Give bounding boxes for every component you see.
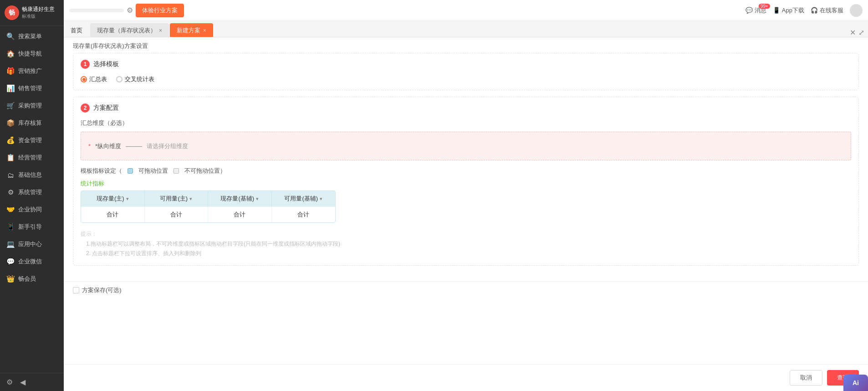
stats-cell-2: 合计 <box>208 207 272 222</box>
stats-header-3[interactable]: 可用量(基辅)▾ <box>272 191 336 206</box>
radio-summary-inner <box>82 78 86 81</box>
close-tab-button[interactable]: ✕ <box>850 28 856 37</box>
expand-tab-button[interactable]: ⤢ <box>858 28 864 37</box>
sidebar-item-finance[interactable]: 💰 资金管理 <box>0 132 64 149</box>
search-icon: 🔍 <box>6 32 15 41</box>
sidebar-item-label-basic: 基础信息 <box>18 171 42 179</box>
sidebar-item-label-member: 畅会员 <box>18 275 36 283</box>
stats-header-0[interactable]: 现存量(主)▾ <box>81 191 145 206</box>
tab-new-plan[interactable]: 新建方案 × <box>170 23 213 37</box>
draggable-label: 可拖动位置 <box>138 167 168 175</box>
cancel-button[interactable]: 取消 <box>790 370 822 386</box>
enterprise-icon: 🤝 <box>6 206 15 214</box>
tab-inventory-close[interactable]: × <box>159 27 162 34</box>
stats-cell-0: 合计 <box>81 207 145 222</box>
stats-table-row: 合计合计合计合计 <box>81 206 335 222</box>
main-area: ⚙ 体验行业方案 💬 消息 99+ 📱 App下载 🎧 在线客服 首页 <box>64 0 868 391</box>
online-service-button[interactable]: 🎧 在线客服 <box>811 6 843 15</box>
settings-icon[interactable]: ⚙ <box>6 378 13 386</box>
dim-placeholder: 请选择分组维度 <box>147 142 188 150</box>
user-avatar[interactable] <box>850 4 863 17</box>
config-section-num: 2 <box>81 103 90 113</box>
chevron-icon-2: ▾ <box>256 196 259 202</box>
sidebar-item-appstore[interactable]: 💻 应用中心 <box>0 236 64 253</box>
ai-assistant-button[interactable]: Ai <box>843 375 868 391</box>
tab-home[interactable]: 首页 <box>64 23 89 37</box>
newbie-icon: 📱 <box>6 223 15 231</box>
tips-title: 提示： <box>81 229 851 239</box>
sidebar-item-label-enterprise: 企业协同 <box>18 206 42 214</box>
sidebar-item-search[interactable]: 🔍 搜索菜单 <box>0 28 64 45</box>
tip-item-1: 2. 点击标题栏下拉可设置排序、插入列和删除列 <box>81 249 851 259</box>
sidebar-item-marketing[interactable]: 🎁 营销推广 <box>0 62 64 80</box>
chevron-icon-3: ▾ <box>320 196 322 202</box>
tabbar-actions: ✕ ⤢ <box>850 28 868 37</box>
sidebar-nav: 🔍 搜索菜单 🏠 快捷导航 🎁 营销推广 📊 销售管理 🛒 采购管理 📦 库存核… <box>0 26 64 373</box>
topbar-left: ⚙ 体验行业方案 <box>69 4 742 17</box>
sidebar-bottom: ⚙ ◀ <box>0 373 64 391</box>
radio-cross[interactable]: 交叉统计表 <box>116 75 154 83</box>
dim-arrow: —— <box>126 141 142 151</box>
template-section: 1 选择模板 汇总表 交叉统计表 <box>73 53 859 90</box>
app-download-button[interactable]: 📱 App下载 <box>773 6 804 15</box>
radio-cross-circle <box>116 76 123 82</box>
non-draggable-label: 不可拖动位置） <box>184 167 226 175</box>
sidebar-item-sales[interactable]: 📊 销售管理 <box>0 80 64 97</box>
tab-new-plan-label: 新建方案 <box>177 26 200 35</box>
radio-summary[interactable]: 汇总表 <box>81 75 107 83</box>
save-checkbox[interactable] <box>73 287 79 293</box>
trial-button[interactable]: 体验行业方案 <box>136 4 184 17</box>
save-option: 方案保存(可选) <box>64 281 868 299</box>
form-area: 1 选择模板 汇总表 交叉统计表 <box>64 53 868 281</box>
online-service-label: 在线客服 <box>820 6 843 15</box>
tab-new-plan-close[interactable]: × <box>203 27 206 34</box>
collapse-icon[interactable]: ◀ <box>20 378 26 386</box>
sidebar-item-label-sales: 销售管理 <box>18 84 42 93</box>
bottom-actions: 取消 查询 <box>64 364 868 391</box>
sidebar-item-system[interactable]: ⚙ 系统管理 <box>0 184 64 201</box>
tabbar: 首页 现存量（库存状况表） × 新建方案 × ✕ ⤢ <box>64 21 868 37</box>
sidebar-item-label-system: 系统管理 <box>18 188 42 196</box>
messages-button[interactable]: 💬 消息 99+ <box>745 6 766 15</box>
appstore-icon: 💻 <box>6 240 15 248</box>
stats-header-2[interactable]: 现存量(基辅)▾ <box>208 191 272 206</box>
sidebar-item-label-finance: 资金管理 <box>18 136 42 144</box>
sidebar-item-inventory[interactable]: 📦 库存核算 <box>0 114 64 132</box>
gear-icon[interactable]: ⚙ <box>127 6 133 15</box>
sidebar-item-shortcut[interactable]: 🏠 快捷导航 <box>0 45 64 62</box>
tab-inventory-status[interactable]: 现存量（库存状况表） × <box>90 23 169 37</box>
sidebar-item-operations[interactable]: 📋 经营管理 <box>0 149 64 166</box>
sidebar-item-member[interactable]: 👑 畅会员 <box>0 270 64 288</box>
save-option-label: 方案保存(可选) <box>82 286 122 294</box>
sidebar-item-label-purchase: 采购管理 <box>18 102 42 110</box>
sidebar-item-enterprise[interactable]: 🤝 企业协同 <box>0 201 64 218</box>
config-section-title: 方案配置 <box>93 104 119 112</box>
shortcut-icon: 🏠 <box>6 50 15 58</box>
aggregate-label: 汇总维度（必选） <box>81 119 851 127</box>
radio-summary-label: 汇总表 <box>89 75 107 83</box>
sidebar-item-label-wechat: 企业微信 <box>18 257 42 266</box>
topbar: ⚙ 体验行业方案 💬 消息 99+ 📱 App下载 🎧 在线客服 <box>64 0 868 21</box>
tips-area: 提示：1.拖动标题栏可以调整布局，不可跨维度或指标区域拖动栏目字段(只能在同一维… <box>81 229 851 259</box>
sidebar-item-wechat[interactable]: 💬 企业微信 <box>0 253 64 270</box>
sidebar-item-newbie[interactable]: 📱 新手引导 <box>0 218 64 236</box>
sales-icon: 📊 <box>6 84 15 93</box>
sidebar-item-label-operations: 经营管理 <box>18 154 42 162</box>
vertical-dim-label: *纵向维度 <box>95 142 121 150</box>
stats-cell-1: 合计 <box>145 207 209 222</box>
sidebar-item-label-newbie: 新手引导 <box>18 223 42 231</box>
indicator-setting: 模板指标设定（ 可拖动位置 不可拖动位置） <box>81 167 851 175</box>
stats-header-1[interactable]: 可用量(主)▾ <box>145 191 209 206</box>
radio-cross-label: 交叉统计表 <box>125 75 154 83</box>
sidebar-item-purchase[interactable]: 🛒 采购管理 <box>0 97 64 114</box>
content-area: 现存量(库存状况表)方案设置 1 选择模板 汇总表 <box>64 37 868 364</box>
message-icon: 💬 <box>745 7 753 14</box>
tab-inventory-label: 现存量（库存状况表） <box>97 26 156 35</box>
chevron-icon-0: ▾ <box>126 196 129 202</box>
search-bar <box>69 9 124 12</box>
logo-icon: 畅 <box>5 5 19 20</box>
topbar-right: 💬 消息 99+ 📱 App下载 🎧 在线客服 <box>745 4 863 17</box>
dimension-selector[interactable]: * *纵向维度 —— 请选择分组维度 <box>81 132 851 160</box>
sidebar-item-basic[interactable]: 🗂 基础信息 <box>0 166 64 184</box>
tip-item-0: 1.拖动标题栏可以调整布局，不可跨维度或指标区域拖动栏目字段(只能在同一维度或指… <box>81 239 851 249</box>
